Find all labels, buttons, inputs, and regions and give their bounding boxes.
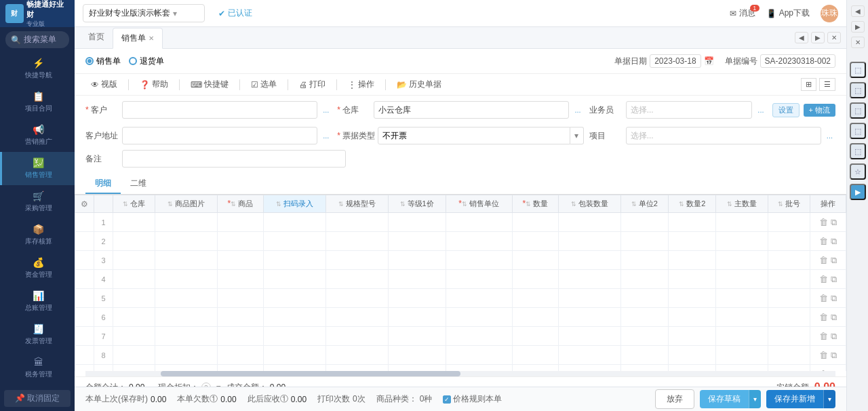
pkgqty-sort-icon[interactable]: ⇅ — [571, 201, 576, 208]
row-batch-9[interactable] — [768, 365, 810, 372]
table-settings-icon[interactable]: ⚙ — [81, 199, 88, 209]
row-warehouse-8[interactable] — [113, 346, 155, 365]
calendar-icon[interactable]: 📅 — [704, 56, 714, 66]
row-price-8[interactable] — [388, 346, 446, 365]
scroll-thumb[interactable] — [161, 371, 460, 376]
save-new-button[interactable]: 保存并新增 — [766, 390, 823, 408]
row-pkgqty-7[interactable] — [559, 327, 621, 346]
row-goods-7[interactable] — [217, 327, 263, 346]
row-image-4[interactable] — [155, 270, 218, 289]
row-unit2-5[interactable] — [620, 289, 668, 308]
row-unit-4[interactable] — [446, 270, 512, 289]
row-delete-icon-3[interactable]: 🗑 — [819, 255, 828, 265]
search-menu-button[interactable]: 🔍 搜索菜单 — [5, 31, 69, 48]
toolbar-select-btn[interactable]: ☑ 选单 — [245, 77, 282, 92]
row-unit-3[interactable] — [446, 251, 512, 270]
row-unit2-7[interactable] — [620, 327, 668, 346]
row-copy-icon-5[interactable]: ⧉ — [831, 293, 837, 304]
salesperson-input[interactable]: 选择... — [626, 101, 753, 119]
row-goods-2[interactable] — [217, 232, 263, 251]
tab-sales[interactable]: 销售单 ✕ — [113, 28, 163, 49]
price-rule-checkbox[interactable]: ✓ 价格规则本单 — [443, 393, 502, 405]
row-qty-9[interactable] — [512, 365, 558, 372]
row-copy-icon-8[interactable]: ⧉ — [831, 350, 837, 361]
row-mainqty-4[interactable] — [716, 270, 768, 289]
row-batch-3[interactable] — [768, 251, 810, 270]
row-spec-9[interactable] — [326, 365, 388, 372]
sidebar-item-sales[interactable]: 💹 销售管理 — [0, 152, 75, 185]
row-unit-9[interactable] — [446, 365, 512, 372]
abandon-button[interactable]: 放弃 — [655, 389, 694, 409]
row-qty-4[interactable] — [512, 270, 558, 289]
row-warehouse-6[interactable] — [113, 308, 155, 327]
row-unit2-2[interactable] — [620, 232, 668, 251]
row-image-1[interactable] — [155, 213, 218, 232]
sidebar-item-marketing[interactable]: 📢 营销推广 — [0, 119, 75, 152]
row-mainqty-5[interactable] — [716, 289, 768, 308]
row-qty-2[interactable] — [512, 232, 558, 251]
app-download-button[interactable]: 📱 App下载 — [766, 7, 810, 19]
right-prev-button[interactable]: ◀ — [851, 5, 865, 17]
save-new-arrow-button[interactable]: ▾ — [823, 390, 835, 408]
row-price-5[interactable] — [388, 289, 446, 308]
setup-button[interactable]: 设置 — [772, 103, 800, 117]
row-price-2[interactable] — [388, 232, 446, 251]
address-input[interactable] — [122, 127, 317, 144]
docno-value[interactable]: SA-20230318-002 — [760, 54, 835, 68]
toolbar-view-btn[interactable]: 👁 视版 — [85, 77, 123, 92]
right-panel-btn-4[interactable]: ⬚ — [850, 123, 866, 139]
row-price-1[interactable] — [388, 213, 446, 232]
row-batch-7[interactable] — [768, 327, 810, 346]
row-scan-3[interactable] — [264, 251, 326, 270]
unpin-button[interactable]: 📌 取消固定 — [4, 390, 71, 407]
row-copy-icon-2[interactable]: ⧉ — [831, 236, 837, 247]
row-copy-icon-7[interactable]: ⧉ — [831, 331, 837, 342]
row-image-7[interactable] — [155, 327, 218, 346]
row-scan-7[interactable] — [264, 327, 326, 346]
customer-more-btn[interactable]: ... — [320, 106, 332, 114]
row-unit-5[interactable] — [446, 289, 512, 308]
tab-prev-button[interactable]: ◀ — [795, 32, 808, 43]
row-spec-2[interactable] — [326, 232, 388, 251]
row-qty-6[interactable] — [512, 308, 558, 327]
save-draft-button[interactable]: 保存草稿 — [700, 390, 749, 408]
row-batch-8[interactable] — [768, 346, 810, 365]
row-image-6[interactable] — [155, 308, 218, 327]
row-copy-icon-6[interactable]: ⧉ — [831, 312, 837, 323]
row-price-9[interactable] — [388, 365, 446, 372]
right-next-button[interactable]: ▶ — [851, 21, 865, 33]
row-price-6[interactable] — [388, 308, 446, 327]
row-batch-1[interactable] — [768, 213, 810, 232]
tab-close-icon[interactable]: ✕ — [149, 35, 154, 42]
sidebar-item-quicknav[interactable]: ⚡ 快捷导航 — [0, 52, 75, 85]
row-goods-8[interactable] — [217, 346, 263, 365]
right-panel-btn-2[interactable]: ⬚ — [850, 82, 866, 98]
row-goods-4[interactable] — [217, 270, 263, 289]
sidebar-item-funds[interactable]: 💰 资金管理 — [0, 252, 75, 285]
row-price-4[interactable] — [388, 270, 446, 289]
row-qty-1[interactable] — [512, 213, 558, 232]
row-mainqty-8[interactable] — [716, 346, 768, 365]
row-pkgqty-8[interactable] — [559, 346, 621, 365]
row-batch-4[interactable] — [768, 270, 810, 289]
row-price-3[interactable] — [388, 251, 446, 270]
row-warehouse-9[interactable] — [113, 365, 155, 372]
row-qty-7[interactable] — [512, 327, 558, 346]
row-warehouse-1[interactable] — [113, 213, 155, 232]
warehouse-more-btn[interactable]: ... — [572, 106, 583, 114]
app-selector[interactable]: 好业财专业版演示帐套 ▾ — [83, 4, 205, 22]
row-pkgqty-9[interactable] — [559, 365, 621, 372]
row-mainqty-9[interactable] — [716, 365, 768, 372]
row-image-9[interactable] — [155, 365, 218, 372]
row-unit-2[interactable] — [446, 232, 512, 251]
row-mainqty-7[interactable] — [716, 327, 768, 346]
right-panel-btn-5[interactable]: ⬚ — [850, 143, 866, 159]
row-image-5[interactable] — [155, 289, 218, 308]
row-goods-5[interactable] — [217, 289, 263, 308]
row-qty-8[interactable] — [512, 346, 558, 365]
toolbar-help-btn[interactable]: ❓ 帮助 — [134, 77, 174, 92]
row-delete-icon-1[interactable]: 🗑 — [819, 217, 828, 227]
sidebar-item-project[interactable]: 📋 项目合同 — [0, 85, 75, 119]
row-qty2-5[interactable] — [669, 289, 716, 308]
row-spec-4[interactable] — [326, 270, 388, 289]
